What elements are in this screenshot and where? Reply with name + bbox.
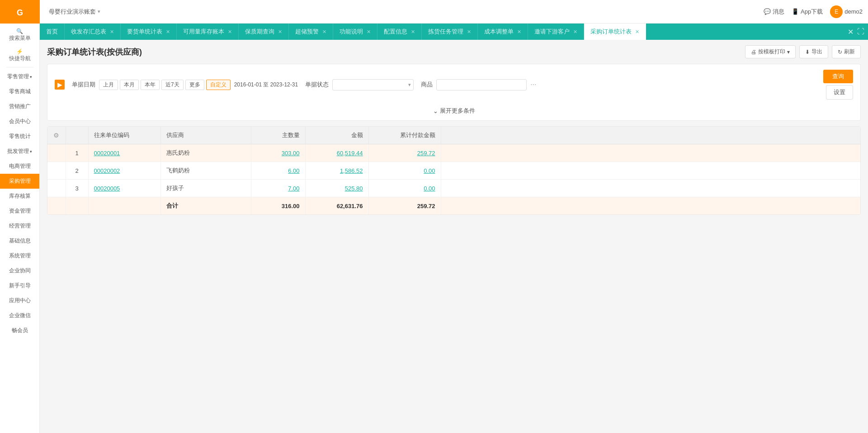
app-logo[interactable]: G (0, 0, 40, 24)
close-icon[interactable]: ✕ (322, 29, 326, 35)
sidebar-item-tutorial[interactable]: 新手引导 (0, 278, 39, 293)
amount-link[interactable]: 525.80 (345, 185, 363, 192)
tab-pick-task[interactable]: 拣货任务管理 ✕ (422, 24, 478, 40)
sidebar-item-system[interactable]: 系统管理 (0, 248, 39, 263)
col-code-header: 往来单位编码 (88, 127, 160, 144)
tab-function-desc[interactable]: 功能说明 ✕ (333, 24, 377, 40)
filter-toggle-btn[interactable]: ▶ (55, 80, 65, 90)
close-icon[interactable]: ✕ (166, 29, 170, 35)
footer-amount-cell: 62,631.76 (305, 197, 368, 215)
fullscreen-icon[interactable]: ⛶ (857, 28, 864, 36)
sidebar-item-finance[interactable]: 资金管理 (0, 204, 39, 219)
user-profile[interactable]: E demo2 (830, 5, 863, 18)
tab-home[interactable]: 首页 (40, 24, 65, 40)
table-row: 1 00020001 惠氏奶粉 303.00 60,519.44 259.72 (47, 144, 860, 162)
paid-link[interactable]: 0.00 (424, 185, 435, 192)
close-icon[interactable]: ✕ (278, 29, 282, 35)
sidebar-item-wholesale[interactable]: 批发管理 ▾ (0, 144, 39, 159)
sidebar-item-retail-mgmt[interactable]: 零售管理 ▾ (0, 69, 39, 84)
tab-stock-summary[interactable]: 收发存汇总表 ✕ (65, 24, 121, 40)
tab-available-stock[interactable]: 可用量库存账本 ✕ (177, 24, 239, 40)
amount-link[interactable]: 1,586.52 (340, 167, 363, 174)
sidebar-item-marketing[interactable]: 营销推广 (0, 99, 39, 114)
close-icon[interactable]: ✕ (367, 29, 371, 35)
status-label: 单据状态 (305, 81, 329, 89)
row-no-cell: 1 (66, 144, 88, 162)
sidebar-item-purchase[interactable]: 采购管理 (0, 174, 39, 189)
row-supplier-cell: 好孩子 (160, 180, 251, 197)
close-icon[interactable]: ✕ (467, 29, 471, 35)
sidebar-item-vip[interactable]: 畅会员 (0, 323, 39, 338)
qty-link[interactable]: 303.00 (282, 150, 300, 157)
paid-link[interactable]: 0.00 (424, 167, 435, 174)
status-select[interactable] (332, 79, 414, 90)
message-icon: 💬 (764, 8, 771, 15)
amount-link[interactable]: 60,519.44 (337, 150, 363, 157)
sidebar-item-operations[interactable]: 经营管理 (0, 219, 39, 233)
expand-more-btn[interactable]: ⌄ 展开更多条件 (433, 107, 475, 115)
row-code-cell: 00020001 (88, 144, 160, 162)
sidebar: G 🔍 搜索菜单 ⚡ 快捷导航 零售管理 ▾ 零售商城 营销推广 会员中心 零售… (0, 0, 40, 433)
page-content: 采购订单统计表(按供应商) 🖨 按模板打印 ▾ ⬇ 导出 ↻ 刷新 (40, 40, 868, 433)
paid-link[interactable]: 259.72 (417, 150, 435, 157)
qty-link[interactable]: 6.00 (288, 167, 299, 174)
close-icon[interactable]: ✕ (110, 29, 114, 35)
workspace-selector[interactable]: 母婴行业演示账套 ▾ (45, 8, 118, 16)
close-icon[interactable]: ✕ (411, 29, 415, 35)
more-options-icon[interactable]: ··· (530, 81, 536, 89)
row-code-cell: 00020005 (88, 180, 160, 197)
code-link[interactable]: 00020002 (94, 167, 120, 174)
qty-link[interactable]: 7.00 (288, 185, 299, 192)
column-settings-icon[interactable]: ⚙ (53, 132, 59, 139)
date-this-month-btn[interactable]: 本月 (120, 80, 139, 90)
date-7days-btn[interactable]: 近7天 (161, 80, 184, 90)
sidebar-item-retail-stats[interactable]: 零售统计 (0, 129, 39, 144)
date-this-year-btn[interactable]: 本年 (141, 80, 160, 90)
sidebar-search[interactable]: 🔍 搜索菜单 (0, 24, 39, 45)
tab-cost-adjust[interactable]: 成本调整单 ✕ (478, 24, 528, 40)
tab-invite-customer[interactable]: 邀请下游客户 ✕ (528, 24, 584, 40)
settings-button[interactable]: 设置 (826, 85, 853, 100)
sidebar-item-basic-info[interactable]: 基础信息 (0, 233, 39, 248)
date-last-month-btn[interactable]: 上月 (99, 80, 118, 90)
sidebar-item-enterprise[interactable]: 企业协同 (0, 263, 39, 278)
query-button[interactable]: 查询 (823, 70, 853, 83)
row-settings-cell (47, 144, 66, 162)
footer-no-cell (66, 197, 88, 215)
message-btn[interactable]: 💬 消息 (764, 8, 784, 16)
sidebar-item-app-center[interactable]: 应用中心 (0, 293, 39, 308)
code-link[interactable]: 00020001 (94, 150, 120, 157)
export-button[interactable]: ⬇ 导出 (799, 45, 828, 58)
sidebar-shortcut[interactable]: ⚡ 快捷导航 (0, 45, 39, 65)
sidebar-item-retail-mall[interactable]: 零售商城 (0, 84, 39, 99)
row-amount-cell: 60,519.44 (305, 144, 368, 162)
sidebar-item-members[interactable]: 会员中心 (0, 114, 39, 129)
close-icon[interactable]: ✕ (635, 29, 639, 35)
sidebar-item-inventory[interactable]: 库存核算 (0, 189, 39, 204)
goods-input[interactable] (436, 79, 527, 90)
sidebar-item-wechat[interactable]: 企业微信 (0, 308, 39, 323)
svg-text:G: G (16, 8, 23, 17)
filter-bar: ▶ 单据日期 上月 本月 本年 近7天 更多 自定义 2016-01-01 至 … (47, 64, 861, 121)
sidebar-divider (6, 67, 33, 67)
app-download-btn[interactable]: 📱 App下载 (792, 8, 823, 16)
close-icon[interactable]: ✕ (573, 29, 577, 35)
close-all-tabs-icon[interactable]: ✕ (848, 28, 854, 36)
close-icon[interactable]: ✕ (517, 29, 521, 35)
print-button[interactable]: 🖨 按模板打印 ▾ (745, 45, 796, 58)
code-link[interactable]: 00020005 (94, 185, 120, 192)
row-amount-cell: 1,586.52 (305, 162, 368, 180)
date-custom-btn[interactable]: 自定义 (206, 80, 231, 90)
tab-config-info[interactable]: 配置信息 ✕ (377, 24, 422, 40)
row-paid-cell: 0.00 (368, 162, 441, 180)
table-footer-row: 合计 316.00 62,631.76 259.72 (47, 197, 860, 215)
chevron-down-icon: ▾ (30, 75, 32, 79)
refresh-button[interactable]: ↻ 刷新 (832, 45, 861, 58)
sidebar-item-ecommerce[interactable]: 电商管理 (0, 159, 39, 174)
date-more-btn[interactable]: 更多 (185, 80, 204, 90)
tab-overstock[interactable]: 超储预警 ✕ (289, 24, 333, 40)
tab-quality-query[interactable]: 保质期查询 ✕ (239, 24, 289, 40)
tab-purchase-order-stats[interactable]: 采购订单统计表 ✕ (584, 24, 646, 40)
close-icon[interactable]: ✕ (228, 29, 232, 35)
tab-order-stats[interactable]: 要货单统计表 ✕ (121, 24, 177, 40)
